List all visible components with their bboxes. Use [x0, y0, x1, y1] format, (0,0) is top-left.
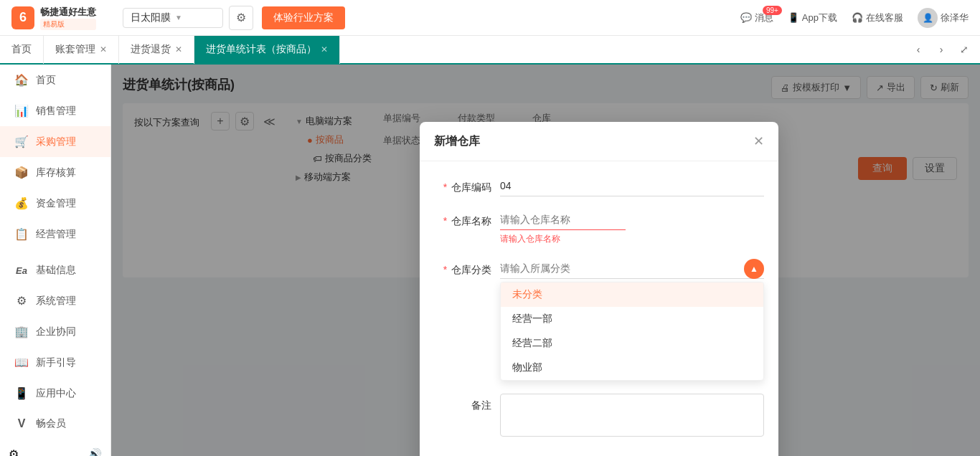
sidebar-item-inventory[interactable]: 📦 库存核算 — [0, 157, 110, 188]
top-right: 💬 消息 99+ 📱 App下载 🎧 在线客服 👤 徐泽华 — [740, 8, 969, 28]
avatar: 👤 — [918, 8, 938, 28]
dialog-body: * 仓库编码 * 仓库名称 请输入仓库名称 — [420, 161, 778, 456]
vip-icon: V — [14, 417, 29, 430]
tab-home[interactable]: 首页 — [0, 35, 44, 64]
sidebar-item-home[interactable]: 🏠 首页 — [0, 65, 110, 95]
tab-bar: 首页 账套管理 ✕ 进货退货 ✕ 进货单统计表（按商品） ✕ ‹ › ⤢ — [0, 36, 980, 65]
tab-purchase-return[interactable]: 进货退货 ✕ — [119, 35, 194, 64]
form-row-code: * 仓库编码 — [434, 176, 764, 196]
close-icon[interactable]: ✕ — [321, 44, 328, 54]
sidebar-item-basic[interactable]: Ea 基础信息 — [0, 255, 110, 285]
category-dropdown: 未分类 经营一部 经营二部 物业部 — [500, 282, 764, 381]
speaker-icon[interactable]: 🔊 — [88, 447, 102, 456]
dropdown-item-dept1[interactable]: 经营一部 — [501, 307, 763, 331]
sidebar-item-system[interactable]: ⚙ 系统管理 — [0, 285, 110, 316]
chevron-down-icon: ▼ — [175, 14, 182, 22]
sidebar-item-operations[interactable]: 📋 经营管理 — [0, 219, 110, 250]
tab-actions: ‹ › ⤢ — [908, 39, 980, 60]
form-row-name: * 仓库名称 请输入仓库名称 — [434, 209, 764, 245]
dropdown-item-dept2[interactable]: 经营二部 — [501, 331, 763, 356]
category-input[interactable] — [500, 258, 764, 279]
content-area: 进货单统计(按商品) 🖨 按模板打印 ▼ ↗ 导出 ↻ 刷新 按以下方案查询 +… — [111, 65, 980, 456]
sidebar-item-guide[interactable]: 📖 新手引导 — [0, 347, 110, 378]
name-error-msg: 请输入仓库名称 — [500, 233, 764, 245]
category-arrow-button[interactable]: ▲ — [744, 259, 764, 279]
notification-button[interactable]: 💬 消息 99+ — [740, 11, 773, 24]
store-selector[interactable]: 日太阳膜 ▼ — [123, 8, 223, 28]
add-warehouse-dialog: 新增仓库 ✕ * 仓库编码 * 仓库名称 — [420, 122, 778, 456]
settings-icon[interactable]: ⚙ — [229, 6, 253, 30]
bell-icon: 💬 — [740, 12, 752, 23]
sales-icon: 📊 — [14, 104, 29, 118]
main-layout: 🏠 首页 📊 销售管理 🛒 采购管理 📦 库存核算 💰 资金管理 📋 经营管理 … — [0, 65, 980, 456]
dialog-header: 新增仓库 ✕ — [420, 122, 778, 161]
online-service-button[interactable]: 🎧 在线客服 — [852, 11, 903, 24]
logo-text: 畅捷通好生意 精易版 — [40, 6, 96, 30]
tab-purchase-stat[interactable]: 进货单统计表（按商品） ✕ — [194, 35, 340, 64]
sidebar-item-appcenter[interactable]: 📱 应用中心 — [0, 378, 110, 409]
required-star: * — [443, 215, 447, 227]
close-icon[interactable]: ✕ — [100, 44, 107, 54]
dialog-title: 新增仓库 — [434, 134, 480, 149]
required-star: * — [443, 264, 447, 275]
dialog-close-button[interactable]: ✕ — [753, 133, 764, 149]
required-star: * — [443, 181, 447, 193]
dropdown-item-uncategorized[interactable]: 未分类 — [501, 282, 763, 307]
user-menu[interactable]: 👤 徐泽华 — [918, 8, 969, 28]
trial-button[interactable]: 体验行业方案 — [262, 6, 345, 29]
sidebar-item-sales[interactable]: 📊 销售管理 — [0, 95, 110, 126]
enterprise-icon: 🏢 — [14, 325, 29, 338]
top-bar: 6 畅捷通好生意 精易版 日太阳膜 ▼ ⚙ 体验行业方案 💬 消息 99+ 📱 … — [0, 0, 980, 36]
form-row-category: * 仓库分类 ▲ 未分类 经营一部 经营二部 物业部 — [434, 258, 764, 381]
tab-left-icon[interactable]: ‹ — [908, 39, 928, 60]
sidebar-bottom: ⚙ 🔊 — [0, 439, 110, 456]
system-icon: ⚙ — [14, 294, 29, 308]
logo-area: 6 畅捷通好生意 精易版 — [11, 6, 123, 30]
category-label: * 仓库分类 — [434, 258, 491, 277]
appcenter-icon: 📱 — [14, 386, 29, 400]
guide-icon: 📖 — [14, 356, 29, 369]
notification-badge: 99+ — [763, 6, 782, 15]
category-input-wrap: ▲ 未分类 经营一部 经营二部 物业部 — [500, 258, 764, 381]
remark-textarea[interactable] — [500, 394, 764, 437]
app-download-button[interactable]: 📱 App下载 — [788, 11, 837, 24]
tab-expand-icon[interactable]: ⤢ — [954, 39, 974, 60]
close-icon[interactable]: ✕ — [175, 44, 182, 54]
sidebar-item-vip[interactable]: V 畅会员 — [0, 409, 110, 439]
remark-label: 备注 — [434, 394, 491, 412]
settings-bottom-icon[interactable]: ⚙ — [9, 447, 19, 456]
code-label: * 仓库编码 — [434, 176, 491, 194]
name-input[interactable] — [500, 209, 626, 230]
logo-icon: 6 — [11, 6, 34, 29]
category-input-container: ▲ — [500, 258, 764, 279]
name-label: * 仓库名称 — [434, 209, 491, 228]
finance-icon: 💰 — [14, 196, 29, 210]
tab-right-icon[interactable]: › — [931, 39, 951, 60]
tab-account[interactable]: 账套管理 ✕ — [44, 35, 119, 64]
name-input-wrap: 请输入仓库名称 — [500, 209, 764, 245]
code-input[interactable] — [500, 176, 764, 196]
basic-icon: Ea — [14, 265, 29, 276]
sidebar-item-purchase[interactable]: 🛒 采购管理 — [0, 126, 110, 157]
sidebar-item-enterprise[interactable]: 🏢 企业协同 — [0, 316, 110, 347]
headset-icon: 🎧 — [852, 12, 863, 23]
phone-icon: 📱 — [788, 12, 799, 23]
home-icon: 🏠 — [14, 73, 29, 87]
form-row-remark: 备注 — [434, 394, 764, 437]
operations-icon: 📋 — [14, 227, 29, 241]
purchase-icon: 🛒 — [14, 135, 29, 148]
sidebar-item-finance[interactable]: 💰 资金管理 — [0, 188, 110, 219]
sidebar: 🏠 首页 📊 销售管理 🛒 采购管理 📦 库存核算 💰 资金管理 📋 经营管理 … — [0, 65, 111, 456]
dropdown-item-dept3[interactable]: 物业部 — [501, 356, 763, 380]
inventory-icon: 📦 — [14, 166, 29, 179]
